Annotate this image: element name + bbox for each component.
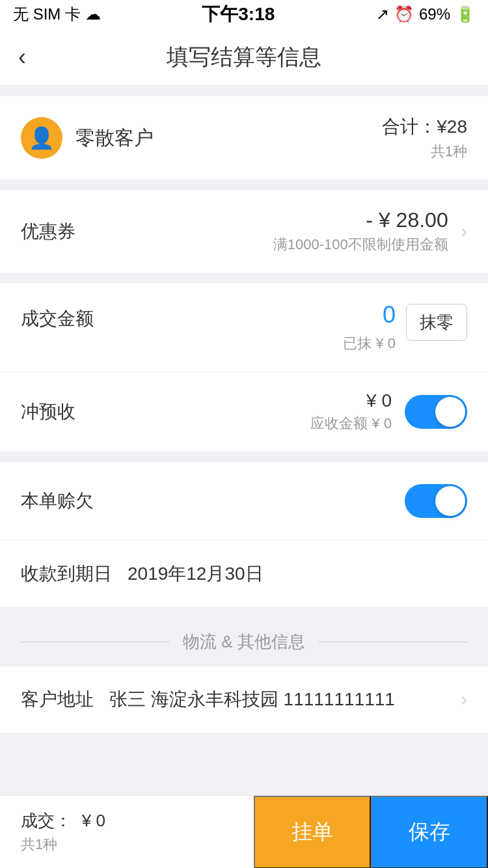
deal-amount-right: 0 已抹 ¥ 0 抹零: [343, 301, 467, 353]
prereceive-values: ¥ 0 应收金额 ¥ 0: [310, 390, 392, 433]
battery-label: 69%: [419, 5, 450, 23]
bottom-deal-label: 成交：: [21, 811, 72, 830]
avatar: 👤: [21, 117, 62, 159]
duedate-label: 收款到期日: [21, 562, 112, 586]
duedate-value: 2019年12月30日: [128, 562, 264, 586]
round-zero-button[interactable]: 抹零: [406, 304, 467, 341]
status-time: 下午3:18: [202, 2, 275, 27]
toggle-circle-debt: [435, 486, 465, 516]
customer-left: 👤 零散客户: [21, 117, 154, 159]
deal-amount-label: 成交金额: [21, 301, 94, 331]
customer-right: 合计：¥28 共1种: [382, 115, 467, 161]
prereceive-row: 冲预收 ¥ 0 应收金额 ¥ 0: [0, 372, 488, 452]
avatar-icon: 👤: [29, 126, 55, 150]
coupon-row[interactable]: 优惠券 - ¥ 28.00 满1000-100不限制使用金额 ›: [0, 190, 488, 273]
prereceive-label: 冲预收: [21, 400, 75, 424]
coupon-value-col: - ¥ 28.00 满1000-100不限制使用金额: [273, 208, 448, 254]
debt-label: 本单赊欠: [21, 489, 94, 513]
location-icon: ↗: [376, 5, 389, 23]
deal-amount-input[interactable]: 0: [343, 301, 396, 329]
coupon-value: - ¥ 28.00: [273, 208, 448, 232]
battery-icon: 🔋: [455, 5, 475, 23]
debt-toggle[interactable]: [405, 484, 467, 518]
sim-label: 无 SIM 卡 ☁: [13, 4, 101, 25]
logistics-header: 物流 & 其他信息: [21, 631, 467, 653]
customer-card: 👤 零散客户 合计：¥28 共1种: [0, 96, 488, 180]
amount-card: 成交金额 0 已抹 ¥ 0 抹零 冲预收 ¥ 0 应收金额 ¥ 0: [0, 283, 488, 452]
nav-bar: ‹ 填写结算等信息: [0, 29, 488, 86]
bottom-bar: 成交： ¥ 0 共1种 挂单 保存: [0, 795, 488, 868]
customer-name: 零散客户: [75, 125, 154, 152]
status-left: 无 SIM 卡 ☁: [13, 4, 101, 25]
logistics-section: 物流 & 其他信息: [0, 617, 488, 666]
deal-amount-row: 成交金额 0 已抹 ¥ 0 抹零: [0, 283, 488, 372]
divider-right: [318, 642, 467, 642]
coupon-card[interactable]: 优惠券 - ¥ 28.00 满1000-100不限制使用金额 ›: [0, 190, 488, 273]
alarm-icon: ⏰: [394, 5, 414, 23]
prereceive-main-value: ¥ 0: [310, 390, 392, 411]
customer-count: 共1种: [382, 142, 467, 161]
address-label: 客户地址: [21, 687, 94, 712]
content: 👤 零散客户 合计：¥28 共1种 优惠券 - ¥ 28.00 满1000-10…: [0, 96, 488, 821]
address-row[interactable]: 客户地址 张三 海淀永丰科技园 11111111111 ›: [0, 666, 488, 733]
coupon-right: - ¥ 28.00 满1000-100不限制使用金额 ›: [273, 208, 467, 254]
address-card[interactable]: 客户地址 张三 海淀永丰科技园 11111111111 ›: [0, 666, 488, 733]
chevron-right-icon: ›: [461, 221, 467, 242]
page-title: 填写结算等信息: [167, 42, 321, 72]
bottom-deal-value: ¥ 0: [82, 811, 105, 830]
bottom-summary: 成交： ¥ 0 共1种: [0, 809, 254, 854]
prereceive-right: ¥ 0 应收金额 ¥ 0: [310, 390, 467, 433]
logistics-title: 物流 & 其他信息: [183, 631, 305, 653]
duedate-row: 收款到期日 2019年12月30日: [0, 541, 488, 607]
debt-card: 本单赊欠 收款到期日 2019年12月30日: [0, 462, 488, 607]
coupon-desc: 满1000-100不限制使用金额: [273, 235, 448, 254]
customer-total: 合计：¥28: [382, 115, 467, 139]
status-bar: 无 SIM 卡 ☁ 下午3:18 ↗ ⏰ 69% 🔋: [0, 0, 488, 29]
save-button[interactable]: 保存: [371, 796, 488, 869]
status-right: ↗ ⏰ 69% 🔋: [376, 5, 475, 23]
hang-order-button[interactable]: 挂单: [254, 796, 371, 869]
address-chevron-icon: ›: [461, 689, 467, 710]
coupon-label: 优惠券: [21, 219, 75, 244]
prereceive-sub-value: 应收金额 ¥ 0: [310, 414, 392, 433]
bottom-deal-row: 成交： ¥ 0: [21, 809, 233, 832]
deal-amount-col: 0 已抹 ¥ 0: [343, 301, 396, 353]
debt-row: 本单赊欠: [0, 462, 488, 540]
toggle-circle: [435, 397, 465, 427]
address-value: 张三 海淀永丰科技园 11111111111: [109, 687, 456, 712]
bottom-count: 共1种: [21, 835, 233, 854]
customer-row: 👤 零散客户 合计：¥28 共1种: [0, 96, 488, 180]
back-button[interactable]: ‹: [18, 44, 26, 71]
deal-amount-sub: 已抹 ¥ 0: [343, 334, 396, 353]
divider-left: [21, 642, 170, 642]
prereceive-toggle[interactable]: [405, 395, 467, 429]
